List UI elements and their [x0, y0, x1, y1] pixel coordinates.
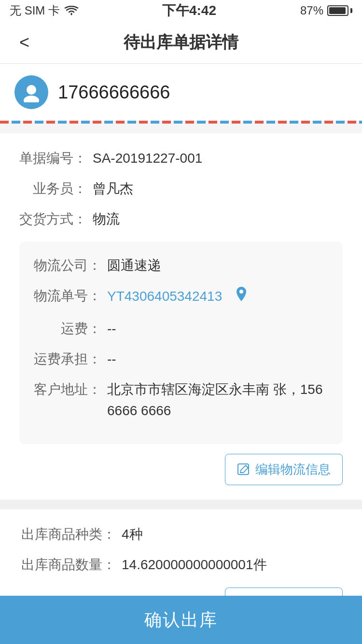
edit-icon [237, 463, 251, 476]
delivery-value: 物流 [93, 209, 343, 230]
status-bar: 无 SIM 卡 下午4:42 87% [0, 0, 362, 21]
battery-indicator [327, 5, 352, 16]
goods-types-row: 出库商品种类： 4种 [19, 524, 343, 546]
logistics-company-row: 物流公司： 圆通速递 [34, 255, 328, 277]
logistics-tracking-value: YT43064053424​13 [107, 285, 328, 309]
goods-quantity-label: 出库商品数量： [19, 554, 116, 576]
edit-logistics-button[interactable]: 编辑物流信息 [225, 454, 343, 485]
delivery-row: 交货方式： 物流 [19, 209, 343, 230]
page-title: 待出库单据详情 [124, 31, 238, 54]
svg-point-2 [239, 290, 243, 294]
edit-btn-row: 编辑物流信息 [19, 454, 343, 485]
user-icon [21, 82, 42, 102]
freight-row: 运费： -- [34, 318, 328, 340]
freight-bearer-label: 运费承担： [34, 349, 101, 370]
agent-row: 业务员： 曾凡杰 [19, 178, 343, 200]
nav-bar: < 待出库单据详情 [0, 21, 362, 64]
address-value: 北京市市辖区海淀区永丰南 张，156 6666 6666 [107, 379, 328, 422]
edit-btn-label: 编辑物流信息 [255, 461, 331, 478]
back-button[interactable]: < [14, 28, 34, 57]
logistics-card: 物流公司： 圆通速递 物流单号： YT43064053424​13 运费： [19, 241, 343, 444]
battery-percent: 87% [300, 4, 323, 17]
time-display: 下午4:42 [162, 1, 216, 20]
freight-bearer-value: -- [107, 349, 328, 370]
status-left: 无 SIM 卡 [10, 3, 78, 18]
confirm-outbound-button[interactable]: 确认出库 [0, 596, 362, 644]
status-right: 87% [300, 4, 352, 17]
section-divider [0, 500, 362, 509]
doc-number-value: SA-20191227-001 [93, 148, 343, 169]
doc-number-label: 单据编号： [19, 148, 87, 169]
logistics-company-label: 物流公司： [34, 255, 101, 277]
dashed-divider [0, 121, 362, 124]
customer-phone: 17666666666 [58, 82, 170, 103]
location-icon[interactable] [233, 285, 250, 309]
svg-point-0 [27, 85, 36, 95]
goods-quantity-row: 出库商品数量： 14.620000000000001件 [19, 554, 343, 576]
agent-value: 曾凡杰 [93, 178, 343, 200]
delivery-label: 交货方式： [19, 209, 87, 230]
goods-quantity-value: 14.620000000000001件 [122, 554, 343, 576]
freight-bearer-row: 运费承担： -- [34, 349, 328, 370]
goods-types-label: 出库商品种类： [19, 524, 116, 546]
carrier-text: 无 SIM 卡 [10, 3, 60, 18]
doc-info-section: 单据编号： SA-20191227-001 业务员： 曾凡杰 交货方式： 物流 … [0, 133, 362, 500]
doc-number-row: 单据编号： SA-20191227-001 [19, 148, 343, 169]
avatar [14, 75, 48, 109]
freight-value: -- [107, 318, 328, 340]
logistics-tracking-label: 物流单号： [34, 285, 101, 307]
address-row: 客户地址： 北京市市辖区海淀区永丰南 张，156 6666 6666 [34, 379, 328, 422]
customer-header: 17666666666 [0, 64, 362, 121]
freight-label: 运费： [34, 318, 101, 340]
address-label: 客户地址： [34, 379, 101, 401]
svg-point-1 [24, 96, 39, 102]
goods-types-value: 4种 [122, 524, 343, 546]
wifi-icon [65, 6, 78, 15]
logistics-company-value: 圆通速递 [107, 255, 328, 277]
agent-label: 业务员： [19, 178, 87, 200]
logistics-tracking-row: 物流单号： YT43064053424​13 [34, 285, 328, 309]
